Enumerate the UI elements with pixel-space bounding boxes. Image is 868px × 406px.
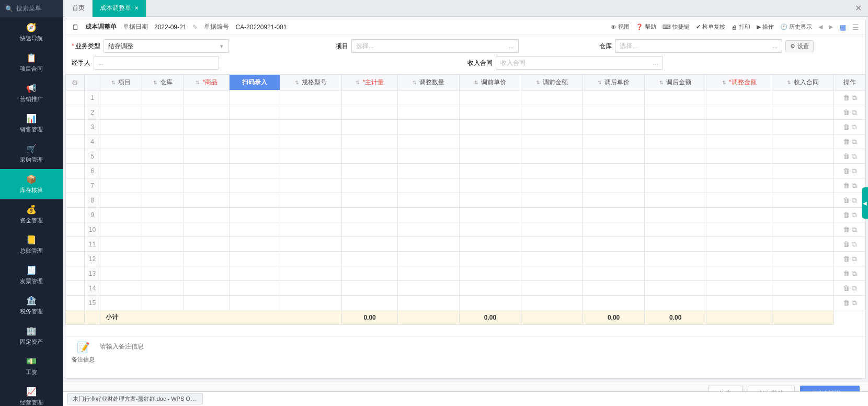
cell-income-contract-11[interactable] — [772, 237, 833, 252]
delete-row-icon-7[interactable]: 🗑 — [843, 182, 850, 190]
toolbar-operate[interactable]: ▶ 操作 — [757, 23, 774, 31]
cell-spec-12[interactable] — [280, 252, 342, 266]
cell-adj-qty-8[interactable] — [397, 193, 459, 208]
cell-pre-price-4[interactable] — [459, 134, 521, 149]
cell-post-price-7[interactable] — [583, 178, 645, 193]
cell-warehouse-14[interactable] — [142, 281, 184, 296]
cell-income-contract-14[interactable] — [772, 281, 833, 296]
cell-pre-amount-14[interactable] — [521, 281, 583, 296]
cell-post-price-14[interactable] — [583, 281, 645, 296]
cell-pre-amount-12[interactable] — [521, 252, 583, 266]
cell-project-3[interactable] — [100, 120, 142, 134]
sidebar-item-finance[interactable]: 💰 资金管理 — [0, 199, 63, 230]
cell-post-amount-14[interactable] — [645, 281, 706, 296]
cell-pre-amount-9[interactable] — [521, 208, 583, 222]
cell-goods-7[interactable] — [184, 178, 229, 193]
cell-adj-amount-7[interactable] — [706, 178, 772, 193]
cell-unit-2[interactable] — [342, 105, 397, 120]
cell-post-amount-5[interactable] — [645, 149, 706, 164]
cell-adj-qty-14[interactable] — [397, 281, 459, 296]
toolbar-print[interactable]: 🖨 打印 — [732, 23, 750, 31]
delete-row-icon-10[interactable]: 🗑 — [843, 225, 850, 234]
cell-pre-price-13[interactable] — [459, 266, 521, 281]
copy-row-icon-8[interactable]: ⧉ — [852, 196, 856, 205]
tab-cost-adj[interactable]: 成本调整单 ✕ — [93, 0, 146, 17]
cell-warehouse-4[interactable] — [142, 134, 184, 149]
cell-post-price-9[interactable] — [583, 208, 645, 222]
cell-spec-11[interactable] — [280, 237, 342, 252]
cell-unit-1[interactable] — [342, 91, 397, 105]
settings-button[interactable]: ⚙ 设置 — [785, 40, 814, 52]
cell-unit-11[interactable] — [342, 237, 397, 252]
copy-row-icon-2[interactable]: ⧉ — [852, 108, 856, 117]
cell-pre-amount-15[interactable] — [521, 296, 583, 310]
sidebar-search[interactable]: 🔍 搜索菜单 — [0, 0, 63, 17]
sidebar-item-quick-nav[interactable]: 🧭 快速导航 — [0, 17, 63, 48]
cell-scan-10[interactable] — [230, 222, 280, 237]
cell-post-amount-12[interactable] — [645, 252, 706, 266]
delete-row-icon-2[interactable]: 🗑 — [843, 108, 850, 117]
cell-adj-amount-14[interactable] — [706, 281, 772, 296]
cell-project-15[interactable] — [100, 296, 142, 310]
cell-unit-9[interactable] — [342, 208, 397, 222]
cell-warehouse-12[interactable] — [142, 252, 184, 266]
cell-pre-amount-13[interactable] — [521, 266, 583, 281]
cell-adj-amount-6[interactable] — [706, 164, 772, 178]
list-view-icon[interactable]: ☰ — [852, 23, 859, 31]
cell-pre-amount-7[interactable] — [521, 178, 583, 193]
delete-row-icon-9[interactable]: 🗑 — [843, 211, 850, 219]
cell-pre-price-15[interactable] — [459, 296, 521, 310]
cell-income-contract-3[interactable] — [772, 120, 833, 134]
cell-goods-8[interactable] — [184, 193, 229, 208]
delete-row-icon-8[interactable]: 🗑 — [843, 196, 850, 205]
cell-spec-13[interactable] — [280, 266, 342, 281]
cell-adj-amount-10[interactable] — [706, 222, 772, 237]
cell-spec-9[interactable] — [280, 208, 342, 222]
col-adj-amount-header[interactable]: ⇅ *调整金额 — [706, 75, 772, 91]
income-contract-input[interactable]: 收入合同 ... — [496, 56, 663, 70]
cell-unit-12[interactable] — [342, 252, 397, 266]
cell-pre-amount-11[interactable] — [521, 237, 583, 252]
cell-warehouse-11[interactable] — [142, 237, 184, 252]
col-unit-header[interactable]: ⇅ *主计量 — [342, 75, 397, 91]
cell-income-contract-5[interactable] — [772, 149, 833, 164]
copy-row-icon-6[interactable]: ⧉ — [852, 167, 856, 175]
tab-close-icon[interactable]: ✕ — [134, 5, 139, 11]
cell-project-4[interactable] — [100, 134, 142, 149]
delete-row-icon-15[interactable]: 🗑 — [843, 299, 850, 307]
cell-scan-15[interactable] — [230, 296, 280, 310]
cell-post-amount-15[interactable] — [645, 296, 706, 310]
cell-unit-13[interactable] — [342, 266, 397, 281]
toolbar-review[interactable]: ✔ 检单复核 — [696, 23, 725, 31]
cell-post-price-1[interactable] — [583, 91, 645, 105]
delete-row-icon-4[interactable]: 🗑 — [843, 138, 850, 146]
cell-income-contract-9[interactable] — [772, 208, 833, 222]
cell-unit-15[interactable] — [342, 296, 397, 310]
toolbar-view[interactable]: 👁 视图 — [611, 23, 630, 31]
cell-spec-7[interactable] — [280, 178, 342, 193]
cell-income-contract-6[interactable] — [772, 164, 833, 178]
cell-project-12[interactable] — [100, 252, 142, 266]
col-spec-header[interactable]: ⇅ 规格型号 — [280, 75, 342, 91]
cell-spec-4[interactable] — [280, 134, 342, 149]
cell-adj-qty-2[interactable] — [397, 105, 459, 120]
cell-pre-price-14[interactable] — [459, 281, 521, 296]
cell-post-amount-1[interactable] — [645, 91, 706, 105]
cell-adj-qty-3[interactable] — [397, 120, 459, 134]
cell-adj-amount-9[interactable] — [706, 208, 772, 222]
cell-warehouse-5[interactable] — [142, 149, 184, 164]
cell-adj-amount-8[interactable] — [706, 193, 772, 208]
cell-scan-12[interactable] — [230, 252, 280, 266]
cell-post-price-6[interactable] — [583, 164, 645, 178]
copy-row-icon-1[interactable]: ⧉ — [852, 94, 856, 102]
cell-warehouse-6[interactable] — [142, 164, 184, 178]
cell-post-amount-3[interactable] — [645, 120, 706, 134]
cell-post-amount-11[interactable] — [645, 237, 706, 252]
cell-adj-amount-2[interactable] — [706, 105, 772, 120]
cell-post-price-12[interactable] — [583, 252, 645, 266]
cell-project-11[interactable] — [100, 237, 142, 252]
cell-post-price-10[interactable] — [583, 222, 645, 237]
cell-pre-price-11[interactable] — [459, 237, 521, 252]
cell-post-amount-6[interactable] — [645, 164, 706, 178]
cell-project-13[interactable] — [100, 266, 142, 281]
